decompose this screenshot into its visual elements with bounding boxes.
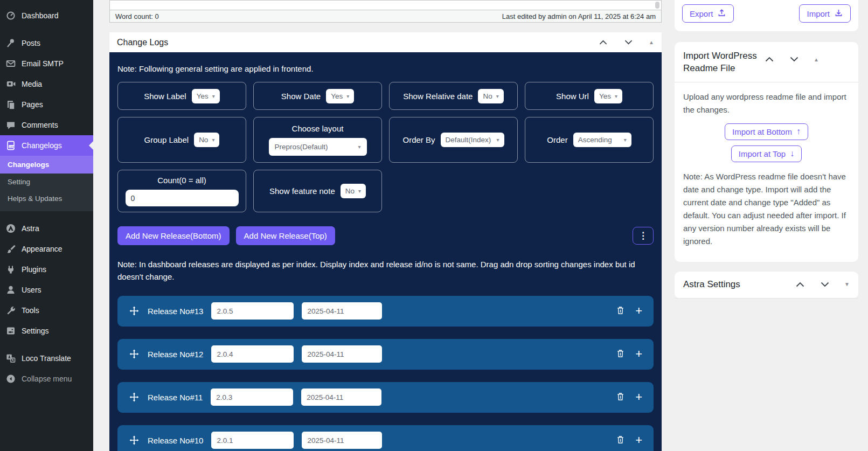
delete-release-button[interactable] (615, 391, 626, 404)
astra-logo-icon (5, 223, 16, 234)
release-version-input[interactable] (211, 302, 294, 320)
release-version-input[interactable] (211, 432, 294, 449)
setting-label: Show Relative date (403, 92, 473, 101)
sidebar-item-tools[interactable]: Tools (0, 300, 93, 321)
import-button[interactable]: Import (799, 4, 851, 23)
release-date-input[interactable] (301, 388, 381, 406)
sidebar-item-settings[interactable]: Settings (0, 321, 93, 341)
pin-icon (5, 38, 16, 48)
release-version-input[interactable] (211, 388, 293, 406)
delete-release-button[interactable] (615, 304, 626, 318)
kebab-menu-button[interactable]: ⋮ (633, 227, 654, 245)
drag-move-icon[interactable] (128, 391, 141, 404)
sidebar-item-pages[interactable]: Pages (0, 94, 93, 115)
add-change-button[interactable]: + (634, 304, 643, 318)
group-label-select[interactable]: No▾ (194, 133, 219, 147)
chevron-down-icon: ▾ (496, 93, 499, 99)
setting-label: Show Date (281, 92, 321, 101)
sidebar-item-label: Tools (22, 306, 39, 315)
submenu-item-changelogs[interactable]: Changelogs (0, 156, 93, 174)
drag-move-icon[interactable] (128, 304, 141, 317)
sidebar-item-label: Astra (22, 224, 39, 233)
move-panel-up-button[interactable] (764, 54, 775, 65)
select-value: Ascending (578, 136, 612, 144)
add-new-release-bottom-button[interactable]: Add New Release(Bottom) (117, 226, 230, 245)
choose-layout-select[interactable]: Prepros(Default)▾ (269, 138, 367, 156)
export-upload-icon (717, 8, 726, 19)
show-date-select[interactable]: Yes▾ (326, 89, 354, 103)
delete-release-button[interactable] (615, 348, 626, 361)
move-panel-up-button[interactable] (598, 37, 608, 47)
move-panel-down-button[interactable] (623, 37, 634, 47)
release-date-input[interactable] (302, 302, 382, 320)
release-date-input[interactable] (302, 345, 382, 363)
setting-group-label: Group Label No▾ (117, 117, 246, 163)
import-label: Import (807, 9, 830, 18)
sidebar-item-label: Collapse menu (22, 374, 72, 383)
move-panel-up-button[interactable] (795, 280, 805, 290)
submenu-item-setting[interactable]: Setting (0, 174, 93, 190)
order-select[interactable]: Ascending▾ (573, 133, 631, 147)
collapse-menu-button[interactable]: Collapse menu (0, 369, 93, 389)
right-sidebar-column: Export Import Import WordPress Readme Fi… (675, 0, 858, 451)
move-panel-down-button[interactable] (820, 280, 830, 290)
sidebar-item-users[interactable]: Users (0, 280, 93, 300)
count-input[interactable] (126, 190, 239, 206)
add-change-button[interactable]: + (634, 347, 643, 361)
release-row: Release No#10 + (117, 425, 654, 451)
setting-count: Count(0 = all) (117, 170, 246, 212)
sidebar-item-posts[interactable]: Posts (0, 33, 93, 53)
sidebar-item-appearance[interactable]: Appearance (0, 239, 93, 259)
move-panel-down-button[interactable] (789, 54, 800, 65)
add-change-button[interactable]: + (634, 390, 643, 404)
submenu-item-helps-updates[interactable]: Helps & Updates (0, 190, 93, 207)
select-value: No (199, 136, 208, 144)
release-date-input[interactable] (302, 432, 382, 449)
show-feature-note-select[interactable]: No▾ (341, 184, 366, 198)
show-relative-date-select[interactable]: No▾ (478, 89, 503, 103)
add-new-release-top-button[interactable]: Add New Release(Top) (236, 226, 335, 245)
export-button[interactable]: Export (682, 4, 734, 23)
last-edited: Last edited by admin on April 11, 2025 a… (502, 12, 656, 20)
delete-release-button[interactable] (615, 434, 626, 447)
chevron-down-icon (790, 55, 798, 64)
show-url-select[interactable]: Yes▾ (594, 89, 622, 103)
sidebar-item-comments[interactable]: Comments (0, 115, 93, 135)
readme-panel-body: Upload any wordpress readme file and imp… (675, 82, 858, 262)
sidebar-item-loco-translate[interactable]: Loco Translate (0, 348, 93, 369)
trash-icon (616, 306, 625, 317)
editor-bottom-strip (109, 0, 662, 10)
wrench-icon (5, 305, 16, 316)
sidebar-item-email-smtp[interactable]: Email SMTP (0, 53, 93, 74)
change-logs-body: Note: Following general setting are appl… (109, 52, 662, 451)
camera-icon (5, 79, 16, 89)
import-at-top-button[interactable]: Import at Top ↓ (731, 145, 802, 162)
sidebar-item-media[interactable]: Media (0, 74, 93, 94)
show-label-select[interactable]: Yes▾ (192, 89, 220, 103)
add-release-row: Add New Release(Bottom) Add New Release(… (117, 226, 654, 245)
sidebar-item-dashboard[interactable]: Dashboard (0, 5, 93, 26)
settings-sliders-icon (5, 325, 16, 336)
changelogs-submenu: Changelogs Setting Helps & Updates (0, 156, 93, 211)
export-import-card: Export Import (675, 0, 858, 31)
sidebar-item-label: Changelogs (22, 141, 62, 150)
trash-icon (616, 349, 625, 360)
release-version-input[interactable] (211, 345, 294, 363)
add-change-button[interactable]: + (634, 433, 643, 447)
brush-icon (5, 244, 16, 254)
plus-icon: + (635, 391, 642, 403)
drag-move-icon[interactable] (128, 434, 141, 447)
drag-move-icon[interactable] (128, 348, 141, 360)
panel-toggle-icon[interactable]: ▲ (649, 40, 654, 45)
editor-scrollbar[interactable] (655, 2, 659, 9)
sidebar-item-plugins[interactable]: Plugins (0, 259, 93, 280)
sidebar-item-astra[interactable]: Astra (0, 218, 93, 239)
chevron-down-icon: ▾ (212, 137, 214, 143)
setting-label: Count(0 = all) (157, 176, 206, 185)
import-at-bottom-button[interactable]: Import at Bottom ↑ (725, 123, 808, 140)
order-by-select[interactable]: Default(Index)▾ (441, 133, 504, 147)
panel-toggle-icon[interactable]: ▲ (814, 57, 819, 63)
sidebar-item-changelogs[interactable]: LOG Changelogs (0, 135, 93, 156)
select-value: Yes (197, 92, 209, 100)
panel-toggle-icon[interactable]: ▼ (844, 282, 850, 287)
